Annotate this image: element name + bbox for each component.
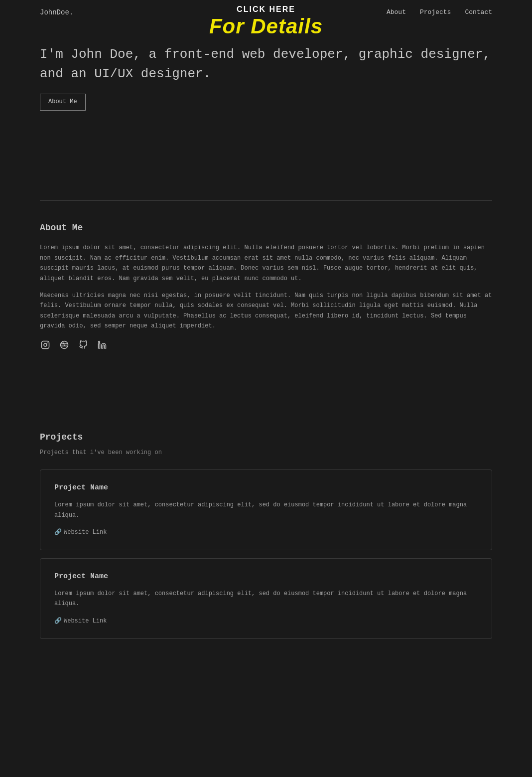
nav-logo: JohnDoe. bbox=[40, 7, 73, 18]
banner-click-text: CLICK HERE bbox=[209, 3, 323, 16]
link-icon: 🔗 bbox=[54, 528, 62, 537]
about-paragraph-1: Lorem ipsum dolor sit amet, consectetur … bbox=[40, 243, 492, 284]
projects-section: Projects Projects that i've been working… bbox=[0, 420, 532, 677]
navbar: JohnDoe. CLICK HERE For Details About Pr… bbox=[0, 0, 532, 25]
linkedin-icon[interactable] bbox=[97, 339, 108, 350]
svg-rect-4 bbox=[99, 343, 100, 348]
dribbble-icon[interactable] bbox=[59, 339, 70, 350]
projects-subtitle: Projects that i've been working on bbox=[40, 448, 492, 458]
nav-wrapper: JohnDoe. CLICK HERE For Details About Pr… bbox=[0, 0, 532, 25]
svg-point-2 bbox=[47, 342, 48, 343]
svg-point-1 bbox=[44, 343, 47, 346]
about-section: About Me Lorem ipsum dolor sit amet, con… bbox=[0, 221, 532, 380]
instagram-icon[interactable] bbox=[40, 339, 51, 350]
section-divider bbox=[40, 200, 492, 201]
hero-heading: I'm John Doe, a front-end web developer,… bbox=[40, 45, 492, 84]
project-2-link-label: Website Link bbox=[64, 617, 107, 626]
about-heading: About Me bbox=[40, 221, 492, 235]
hero-spacer bbox=[0, 121, 532, 180]
projects-heading: Projects bbox=[40, 430, 492, 445]
svg-rect-0 bbox=[42, 341, 49, 348]
github-icon[interactable] bbox=[78, 339, 89, 350]
social-icons bbox=[40, 339, 492, 350]
nav-contact-link[interactable]: Contact bbox=[465, 7, 492, 18]
banner[interactable]: CLICK HERE For Details bbox=[199, 0, 333, 40]
project-1-link[interactable]: 🔗 Website Link bbox=[54, 528, 107, 537]
project-card-1: Project Name Lorem ipsum dolor sit amet,… bbox=[40, 469, 492, 550]
project-card-2: Project Name Lorem ipsum dolor sit amet,… bbox=[40, 558, 492, 639]
project-2-link[interactable]: 🔗 Website Link bbox=[54, 617, 107, 626]
nav-links: About Projects Contact bbox=[387, 7, 492, 18]
about-me-button[interactable]: About Me bbox=[40, 94, 86, 110]
link-icon-2: 🔗 bbox=[54, 617, 62, 626]
banner-main-text: For Details bbox=[209, 16, 323, 37]
project-1-description: Lorem ipsum dolor sit amet, consectetur … bbox=[54, 500, 478, 520]
project-2-name: Project Name bbox=[54, 571, 478, 583]
project-1-link-label: Website Link bbox=[64, 528, 107, 537]
nav-about-link[interactable]: About bbox=[387, 7, 406, 18]
about-paragraph-2: Maecenas ultricies magna nec nisi egesta… bbox=[40, 291, 492, 331]
project-1-name: Project Name bbox=[54, 482, 478, 494]
projects-spacer bbox=[0, 380, 532, 420]
svg-point-5 bbox=[99, 341, 100, 342]
nav-projects-link[interactable]: Projects bbox=[420, 7, 451, 18]
project-2-description: Lorem ipsum dolor sit amet, consectetur … bbox=[54, 589, 478, 609]
